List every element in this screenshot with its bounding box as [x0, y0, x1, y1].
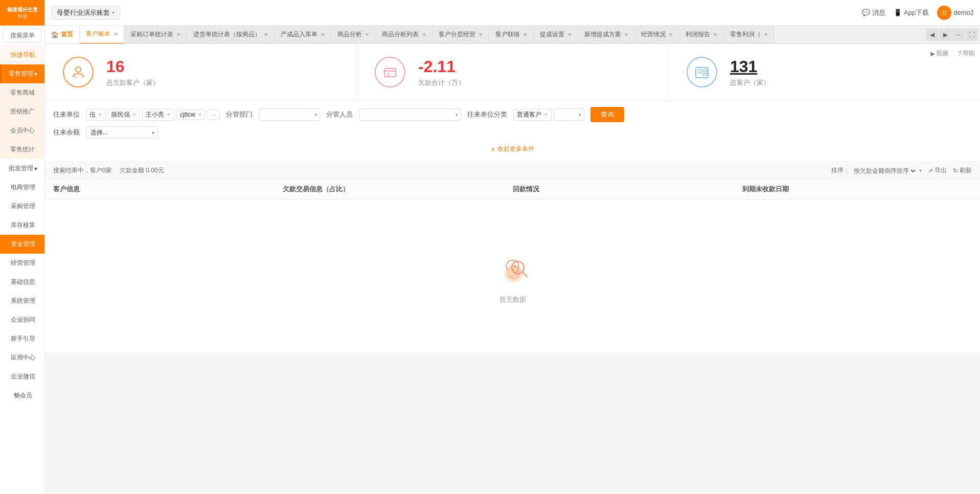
tab-retail-profit[interactable]: 零售利润（ ✕: [724, 26, 774, 44]
sidebar-item-purchase-mgmt[interactable]: 采购管理: [0, 197, 44, 216]
tab-close-product-analysis[interactable]: ✕: [365, 32, 369, 37]
table-header: 客户信息 欠款交易信息（占比） 回款情况 到期未收款日期: [45, 179, 980, 199]
sidebar-item-retail-mall[interactable]: 零售商城: [0, 83, 44, 102]
help-button[interactable]: ? 帮助: [958, 49, 975, 58]
stat-card-total-customers: 131 总客户（家） ▶ 视频 | ? 帮助: [669, 44, 980, 100]
tab-profit-report[interactable]: 利润报告 ✕: [679, 26, 724, 44]
sidebar-item-ecommerce-mgmt[interactable]: 电商管理: [0, 178, 44, 197]
tab-home[interactable]: 🏠 首页: [45, 26, 80, 44]
remove-tag-wang[interactable]: ✕: [167, 112, 171, 117]
stat-label-debtors: 总欠款客户（家）: [106, 78, 159, 87]
tab-close-customer-contact[interactable]: ✕: [523, 32, 527, 37]
tab-product-analysis-list[interactable]: 商品分析列表 ✕: [376, 26, 432, 44]
filter-balance-select[interactable]: 选择...: [86, 126, 157, 139]
tab-customer-book[interactable]: 客户账本 ✕: [80, 26, 124, 44]
sidebar-item-member-center[interactable]: 会员中心: [0, 121, 44, 140]
filter-unit-class-select[interactable]: [554, 108, 584, 121]
tab-boost-settings[interactable]: 提成设置 ✕: [534, 26, 578, 44]
remove-tag-normal-customer[interactable]: ✕: [544, 112, 548, 117]
table-col-collection-status: 回款情况: [513, 185, 742, 194]
empty-text: 暂无数据: [499, 295, 526, 304]
sort-select[interactable]: 按欠款金额倒序排序: [852, 167, 917, 175]
tab-purchase-order[interactable]: 采购订单统计表 ✕: [124, 26, 187, 44]
chevron-up-icon: ∧: [491, 146, 495, 153]
debtors-icon: ¥: [63, 57, 94, 87]
tab-close-product-analysis-list[interactable]: ✕: [422, 32, 426, 37]
tab-close-operation[interactable]: ✕: [669, 32, 673, 37]
sidebar-item-batch-mgmt[interactable]: 批发管理 ▾: [0, 159, 44, 178]
sidebar-item-system-mgmt[interactable]: 系统管理: [0, 291, 44, 310]
debt-icon: ✦: [375, 57, 405, 87]
svg-point-0: [76, 67, 81, 72]
tab-purchase-stats[interactable]: 进货单统计表（按商品） ✕: [187, 26, 275, 44]
user-menu[interactable]: D demo2: [937, 6, 974, 20]
tab-bar: 🏠 首页 客户账本 ✕ 采购订单统计表 ✕ 进货单统计表（按商品） ✕ 产成品入…: [45, 26, 980, 44]
sidebar-item-enterprise-collab[interactable]: 企业协同: [0, 310, 44, 329]
tab-close-purchase-stats[interactable]: ✕: [264, 32, 268, 37]
tab-close-new-boost[interactable]: ✕: [624, 32, 628, 37]
filter-unit-class-tags: 普通客户 ✕: [513, 108, 584, 121]
filter-label-person: 分管人员: [326, 110, 353, 119]
filter-more-tags[interactable]: ···: [208, 109, 220, 120]
filter-dept-select[interactable]: [259, 108, 320, 121]
tab-close-retail-profit[interactable]: ✕: [764, 32, 768, 37]
sidebar-item-vip-member[interactable]: 畅会员: [0, 386, 44, 405]
top-bar: 母婴行业演示账套 ▾ 💬 消息 📱 App下载 D demo2: [45, 0, 980, 26]
filter-tag-wang: 王小亮 ✕: [142, 109, 174, 121]
stat-number-debt-amount: -2.11: [418, 57, 465, 76]
result-bar: 搜索结果中，客户0家 欠款金额 0.00元 排序： 按欠款金额倒序排序 ▾ ↗: [45, 162, 980, 179]
tab-product-analysis[interactable]: 商品分析 ✕: [331, 26, 376, 44]
tab-scroll-left-button[interactable]: ◀: [926, 29, 938, 41]
export-icon: ↗: [928, 167, 933, 174]
table-col-customer-info: 客户信息: [53, 185, 283, 194]
person-clear-icon[interactable]: ···: [445, 112, 449, 118]
tab-close-customer-book[interactable]: ✕: [113, 31, 118, 37]
tab-minimize-button[interactable]: ─: [952, 29, 965, 41]
tab-scroll-right-button[interactable]: ▶: [939, 29, 951, 41]
result-summary: 搜索结果中，客户0家 欠款金额 0.00元: [53, 166, 164, 175]
sidebar-item-enterprise-wechat[interactable]: 企业微信: [0, 367, 44, 386]
tab-close-boost-settings[interactable]: ✕: [567, 32, 572, 37]
tab-customer-contact[interactable]: 客户联络 ✕: [489, 26, 534, 44]
sidebar-item-operation-mgmt[interactable]: 经营管理: [0, 254, 44, 273]
tab-maximize-button[interactable]: ⛶: [966, 29, 978, 41]
collapse-button[interactable]: ∧ 收起更多条件: [491, 145, 534, 153]
query-button[interactable]: 查询: [590, 107, 624, 122]
sidebar-item-quick-nav[interactable]: 快捷导航: [0, 46, 44, 64]
app-logo: 畅捷通好生意 标版: [0, 0, 44, 26]
remove-tag-wu[interactable]: ✕: [98, 112, 102, 117]
tab-cost-in[interactable]: 产成品入库单 ✕: [275, 26, 331, 44]
sidebar-item-app-center[interactable]: 应用中心: [0, 348, 44, 367]
sidebar-item-retail-mgmt[interactable]: 零售管理 ▾: [0, 64, 44, 83]
tab-customer-tier[interactable]: 客户分层经营 ✕: [432, 26, 489, 44]
result-bar-right: 排序： 按欠款金额倒序排序 ▾ ↗ 导出 ↻ 刷新: [831, 166, 972, 175]
sidebar-item-new-guide[interactable]: 新手引导: [0, 329, 44, 348]
tab-close-profit-report[interactable]: ✕: [713, 32, 717, 37]
remove-tag-cjttcw[interactable]: ✕: [198, 112, 202, 117]
search-menu-button[interactable]: 搜索菜单: [3, 29, 41, 42]
tab-close-purchase-order[interactable]: ✕: [176, 32, 180, 37]
sidebar: 畅捷通好生意 标版 搜索菜单 快捷导航 零售管理 ▾ 零售商城 营销推广 会员中…: [0, 0, 45, 494]
sidebar-item-basic-info[interactable]: 基础信息: [0, 273, 44, 291]
sidebar-item-retail-stats[interactable]: 零售统计: [0, 140, 44, 159]
video-help-button[interactable]: ▶ 视频: [930, 49, 948, 58]
table-container: 客户信息 欠款交易信息（占比） 回款情况 到期未收款日期: [45, 179, 980, 353]
tab-operation[interactable]: 经营情况 ✕: [635, 26, 679, 44]
app-download-button[interactable]: 📱 App下载: [894, 8, 929, 17]
sidebar-item-capital-mgmt[interactable]: 资金管理: [0, 235, 44, 254]
filter-area: 往来单位 伍 ✕ 陈民强 ✕ 王小亮: [45, 101, 980, 162]
export-button[interactable]: ↗ 导出: [928, 166, 947, 175]
svg-line-14: [522, 272, 527, 277]
tab-close-cost-in[interactable]: ✕: [321, 32, 325, 37]
filter-tag-cjttcw: cjttcw ✕: [176, 109, 206, 120]
refresh-button[interactable]: ↻ 刷新: [953, 166, 972, 175]
tab-bar-actions: ◀ ▶ ─ ⛶: [924, 29, 980, 41]
sidebar-item-marketing[interactable]: 营销推广: [0, 102, 44, 121]
workspace-selector[interactable]: 母婴行业演示账套 ▾: [51, 6, 120, 20]
tab-new-boost[interactable]: 新增提成方案 ✕: [578, 26, 635, 44]
sidebar-item-inventory-check[interactable]: 库存核算: [0, 216, 44, 235]
tab-close-customer-tier[interactable]: ✕: [478, 32, 483, 37]
message-button[interactable]: 💬 消息: [862, 8, 885, 17]
remove-tag-chen[interactable]: ✕: [132, 112, 136, 117]
filter-label-balance: 往来余额: [53, 128, 80, 137]
